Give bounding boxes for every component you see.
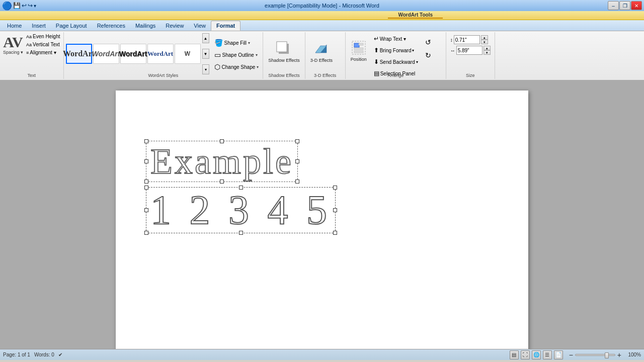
- gallery-scroll-down[interactable]: ▼: [202, 49, 209, 59]
- spellcheck-icon[interactable]: ✔: [58, 352, 62, 357]
- redo-qat-btn[interactable]: ↪: [28, 2, 33, 9]
- bring-forward-label: Bring Forward: [380, 48, 412, 53]
- width-spin-up[interactable]: ▲: [484, 46, 491, 50]
- zoom-slider[interactable]: [575, 354, 615, 356]
- send-backward-btn[interactable]: ⬇ Send Backward ▾: [372, 56, 420, 67]
- even-height-icon: Aa: [26, 34, 32, 39]
- arrange-col: ↵ Wrap Text ▾ ⬆ Bring Forward ▾ ⬇ Send B…: [372, 33, 420, 79]
- handle-ml[interactable]: [144, 159, 148, 163]
- handle-br[interactable]: [295, 179, 299, 184]
- height-spin-down[interactable]: ▼: [481, 40, 488, 44]
- even-height-label: Even Height: [33, 34, 60, 39]
- shadow-effects-btn[interactable]: Shadow Effects: [265, 35, 302, 70]
- zoom-level[interactable]: 100%: [623, 352, 641, 357]
- tab-format[interactable]: Format: [211, 21, 240, 31]
- alignment-btn[interactable]: ≡ Alignment ▾: [25, 49, 61, 56]
- shape-outline-label: Shape Outline: [222, 52, 254, 58]
- height-input[interactable]: [454, 35, 480, 44]
- handle2-tr[interactable]: [333, 186, 337, 190]
- handle-tr[interactable]: [295, 139, 299, 143]
- view-print-btn[interactable]: ▤: [510, 350, 519, 359]
- tab-mailings[interactable]: Mailings: [130, 21, 160, 31]
- wordart-numbers-container[interactable]: 1 2 3 4 5: [146, 187, 498, 233]
- alignment-label: Alignment ▾: [30, 50, 56, 55]
- statusbar-left: Page: 1 of 1 Words: 0 ✔: [3, 352, 62, 357]
- threed-group-label: 3-D Effects: [305, 73, 345, 78]
- handle2-mr[interactable]: [333, 208, 337, 212]
- titlebar: 🔵 💾 ↩ ↪ ▾ example [Compatibility Mode] -…: [0, 0, 644, 11]
- handle2-br[interactable]: [333, 231, 337, 235]
- wordart-style-1[interactable]: WordArt: [66, 44, 92, 64]
- shape-fill-btn[interactable]: 🪣 Shape Fill ▾: [212, 37, 261, 48]
- shape-fill-arrow: ▾: [248, 41, 250, 45]
- av-spacing-button[interactable]: AV Spacing ▾: [2, 34, 24, 56]
- statusbar-right: ▤ ⛶ 🌐 ☰ 📄 − + 100%: [510, 350, 641, 359]
- even-height-btn[interactable]: Aa Even Height: [25, 33, 61, 40]
- tab-page-layout[interactable]: Page Layout: [51, 21, 92, 31]
- restore-btn[interactable]: ❐: [619, 1, 630, 10]
- wordart-style-2[interactable]: WordArt: [93, 44, 119, 64]
- height-icon: ↕: [450, 37, 453, 43]
- wordart-style-4[interactable]: WordArt: [147, 44, 174, 64]
- handle-tl[interactable]: [144, 139, 148, 143]
- wordart-style-5[interactable]: W: [175, 44, 201, 64]
- view-outline-btn[interactable]: ☰: [543, 350, 552, 359]
- rotate-left-btn[interactable]: ↺: [422, 36, 434, 48]
- zoom-thumb[interactable]: [605, 352, 609, 358]
- wordart-tools-label: WordArt Tools: [388, 12, 443, 19]
- gallery-scroll: ▲ ▼ ▾: [202, 33, 209, 74]
- wordart-example-container[interactable]: Example: [146, 141, 498, 182]
- tab-home[interactable]: Home: [2, 21, 27, 31]
- save-qat-btn[interactable]: 💾: [13, 2, 21, 9]
- ribbon-group-text: AV Spacing ▾ Aa Even Height Aa Vertical …: [0, 32, 64, 79]
- vertical-text-btn[interactable]: Aa Vertical Text: [25, 41, 61, 48]
- handle2-ml[interactable]: [144, 208, 148, 212]
- width-spin-down[interactable]: ▼: [484, 50, 491, 55]
- bring-forward-btn[interactable]: ⬆ Bring Forward ▾: [372, 45, 420, 56]
- words-info: Words: 0: [34, 352, 54, 357]
- close-btn[interactable]: ✕: [631, 1, 642, 10]
- wordart-example-border: Example: [146, 141, 298, 182]
- width-icon: ↔: [450, 48, 455, 53]
- tab-references[interactable]: References: [92, 21, 130, 31]
- shape-outline-arrow: ▾: [256, 53, 258, 57]
- wordart-style-5-text: W: [185, 50, 190, 57]
- handle-bl[interactable]: [144, 179, 148, 184]
- zoom-out-btn[interactable]: −: [569, 351, 573, 359]
- shape-outline-btn[interactable]: ▭ Shape Outline ▾: [212, 49, 261, 60]
- shape-outline-icon: ▭: [214, 51, 221, 59]
- change-shape-arrow: ▾: [257, 65, 259, 69]
- rotate-right-btn[interactable]: ↻: [422, 49, 434, 61]
- wrap-text-btn[interactable]: ↵ Wrap Text ▾: [372, 33, 420, 44]
- threed-effects-btn[interactable]: 3-D Effects: [307, 35, 336, 70]
- view-fullscreen-btn[interactable]: ⛶: [521, 350, 530, 359]
- wordart-example-text: Example: [150, 143, 293, 179]
- gallery-scroll-up[interactable]: ▲: [202, 33, 209, 43]
- bring-forward-icon: ⬆: [374, 47, 379, 54]
- position-btn[interactable]: Position: [348, 33, 370, 68]
- wrap-text-icon: ↵: [374, 35, 379, 42]
- tab-review[interactable]: Review: [160, 21, 189, 31]
- tab-view[interactable]: View: [189, 21, 211, 31]
- view-draft-btn[interactable]: 📄: [554, 350, 563, 359]
- change-shape-btn[interactable]: ⬡ Change Shape ▾: [212, 61, 261, 72]
- wordart-style-3[interactable]: WordArt: [120, 44, 146, 64]
- svg-rect-8: [359, 43, 363, 45]
- handle-mr[interactable]: [295, 159, 299, 163]
- minimize-btn[interactable]: –: [608, 1, 619, 10]
- width-input[interactable]: [456, 46, 482, 55]
- shadow-effects-label: Shadow Effects: [268, 58, 299, 63]
- width-spin: ▲ ▼: [484, 46, 491, 55]
- handle2-tl[interactable]: [144, 186, 148, 190]
- view-web-btn[interactable]: 🌐: [532, 350, 541, 359]
- height-spin-up[interactable]: ▲: [481, 35, 488, 40]
- undo-qat-btn[interactable]: ↩: [22, 2, 27, 9]
- svg-rect-9: [354, 48, 363, 50]
- handle2-bl[interactable]: [144, 231, 148, 235]
- text-options-col: Aa Even Height Aa Vertical Text ≡ Alignm…: [25, 33, 61, 56]
- position-label: Position: [351, 57, 367, 62]
- office-logo: 🔵: [2, 1, 12, 11]
- window-controls: – ❐ ✕: [608, 1, 642, 10]
- tab-insert[interactable]: Insert: [27, 21, 51, 31]
- zoom-in-btn[interactable]: +: [617, 351, 621, 359]
